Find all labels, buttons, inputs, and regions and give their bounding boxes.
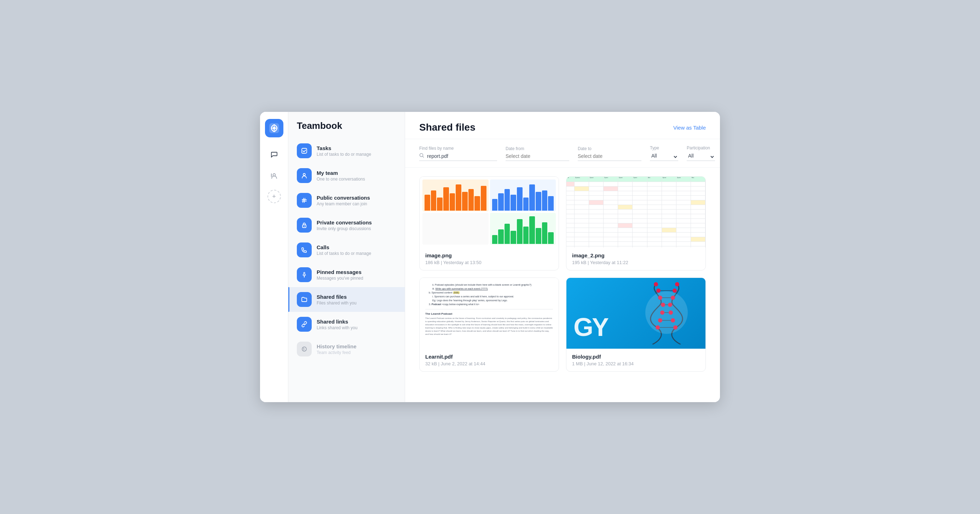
calls-label: Calls — [317, 244, 371, 250]
doc-line-1: ii. Podcast episodes (should we include … — [425, 284, 553, 286]
ss-cell — [691, 191, 705, 195]
private-label: Private conversations — [317, 219, 372, 225]
type-select[interactable]: All PDF Image — [650, 153, 678, 161]
ss-data-row — [566, 191, 705, 196]
ss-cell — [662, 205, 676, 209]
date-to-input[interactable] — [578, 153, 641, 159]
dna-icon — [638, 281, 695, 346]
calls-sub: List of tasks to do or manage — [317, 251, 371, 256]
ss-cell — [618, 214, 633, 219]
file-info-image-png: image.png 186 kB | Yesterday at 13:50 — [420, 247, 558, 270]
sidebar-item-public-conversations[interactable]: Public conversations Any team member can… — [288, 188, 405, 213]
ss-cell — [589, 187, 604, 191]
ss-cell — [662, 237, 676, 241]
ss-cell — [618, 219, 633, 223]
ss-cell — [633, 209, 647, 214]
ss-cell — [676, 228, 691, 232]
ss-data-row — [566, 205, 705, 209]
ss-cell — [574, 196, 589, 200]
type-filter: Type All PDF Image — [650, 145, 678, 161]
file-card-biology-pdf[interactable]: GY — [566, 278, 706, 372]
ss-cell — [566, 233, 574, 237]
file-thumbnail-biology-pdf: GY — [566, 278, 705, 349]
ss-data-row — [566, 223, 705, 228]
ss-cell — [604, 200, 618, 204]
find-files-input-wrap — [419, 153, 497, 161]
ss-cell — [604, 219, 618, 223]
app-window: + Teambook Tasks List of tasks to do or … — [260, 112, 720, 402]
ss-cell — [676, 237, 691, 241]
ss-cell — [574, 214, 589, 219]
ss-cell — [633, 187, 647, 191]
rail-icon-contacts[interactable] — [267, 169, 282, 184]
public-sub: Any team member can join — [317, 201, 370, 206]
sidebar-item-calls[interactable]: Calls List of tasks to do or manage — [288, 238, 405, 262]
ss-cell — [589, 233, 604, 237]
ss-cell — [662, 223, 676, 228]
ss-cell — [566, 237, 574, 241]
ss-cell — [604, 233, 618, 237]
sidebar-item-history-timeline[interactable]: History timeline Team activity feed — [288, 337, 405, 361]
find-files-filter: Find files by name — [419, 146, 497, 161]
ss-data-row — [566, 246, 705, 247]
rail-icon-chat[interactable] — [267, 147, 282, 162]
file-card-learnit-pdf[interactable]: ii. Podcast episodes (should we include … — [419, 278, 559, 372]
ss-cell — [574, 242, 589, 246]
ss-cell — [604, 214, 618, 219]
date-to-label: Date to — [578, 146, 641, 151]
ss-cell — [574, 205, 589, 209]
ss-cell — [676, 233, 691, 237]
files-grid: image.png 186 kB | Yesterday at 13:50 Pe… — [405, 168, 720, 402]
svg-point-17 — [654, 282, 658, 286]
ss-cell — [566, 205, 574, 209]
ss-cell — [566, 219, 574, 223]
date-from-input[interactable] — [506, 153, 569, 159]
app-logo[interactable] — [265, 119, 283, 137]
rail-icon-add[interactable]: + — [267, 190, 281, 203]
ss-cell — [633, 196, 647, 200]
ss-cell — [648, 187, 662, 191]
ss-cell — [574, 237, 589, 241]
sidebar-item-text-team: My team One to one conversations — [317, 170, 365, 182]
ss-cell — [691, 228, 705, 232]
doc-bold: Podcast — [432, 303, 441, 305]
participation-select[interactable]: All — [687, 153, 715, 161]
svg-point-20 — [673, 289, 677, 293]
sidebar-item-shared-links[interactable]: Shared links Links shared with you — [288, 312, 405, 337]
ss-cell — [676, 209, 691, 214]
biology-thumbnail: GY — [566, 278, 705, 349]
find-files-input[interactable] — [427, 153, 497, 159]
ss-cell — [648, 219, 662, 223]
file-card-image-png[interactable]: image.png 186 kB | Yesterday at 13:50 — [419, 176, 559, 270]
view-as-table-button[interactable]: View as Table — [673, 125, 706, 131]
ss-cell — [691, 237, 705, 241]
ss-cell — [662, 196, 676, 200]
sidebar-item-text-tasks: Tasks List of tasks to do or manage — [317, 145, 371, 157]
ss-cell — [604, 196, 618, 200]
ss-cell — [691, 246, 705, 247]
sidebar-item-tasks[interactable]: Tasks List of tasks to do or manage — [288, 139, 405, 163]
ss-cell — [618, 228, 633, 232]
ss-cell — [676, 242, 691, 246]
phone-icon — [297, 243, 312, 257]
mini-chart-2 — [490, 179, 556, 211]
ss-cell — [618, 233, 633, 237]
doc-line-3: b. Sponsored content ($$$) — [425, 291, 553, 294]
ss-cell — [618, 242, 633, 246]
svg-point-31 — [645, 291, 688, 334]
file-card-image-2-png[interactable]: Per Dynamics Dynami Dynami Dynami Dynami… — [566, 176, 706, 270]
sidebar-item-private-conversations[interactable]: Private conversations Invite only group … — [288, 213, 405, 238]
sidebar-item-pinned-messages[interactable]: Pinned messages Messages you've pinned — [288, 262, 405, 287]
history-label: History timeline — [317, 343, 356, 350]
doc-desc: The Learnit Podcast centres on the futur… — [425, 317, 553, 336]
ss-cell — [691, 200, 705, 204]
shared-links-label: Shared links — [317, 319, 357, 325]
ss-cell — [676, 214, 691, 219]
ss-cell — [589, 214, 604, 219]
filters-bar: Find files by name Date from — [405, 139, 720, 168]
sidebar-item-shared-files[interactable]: Shared files Files shared with you — [288, 287, 405, 312]
sidebar-item-my-team[interactable]: My team One to one conversations — [288, 163, 405, 188]
ss-cell — [574, 182, 589, 186]
history-icon — [297, 342, 312, 356]
shared-links-sub: Links shared with you — [317, 325, 357, 330]
